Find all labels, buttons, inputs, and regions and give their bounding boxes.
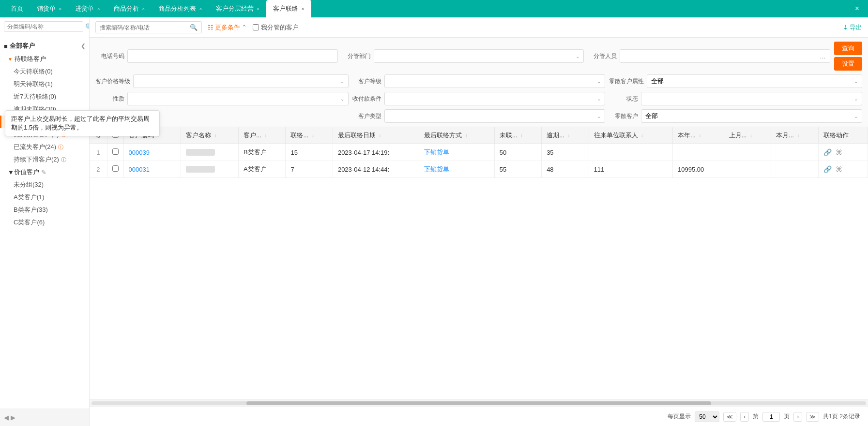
scrollbar-thumb[interactable] bbox=[246, 401, 711, 405]
tree-group-pending[interactable]: ▼ 待联络客户 bbox=[0, 53, 89, 65]
row1-last-date: 2023-04-17 14:19: bbox=[333, 144, 419, 161]
search-input[interactable] bbox=[100, 24, 188, 31]
row2-name[interactable] bbox=[181, 161, 239, 178]
nav-item-product-list[interactable]: 商品分析列表 × bbox=[152, 0, 209, 17]
nav-item-customer-layer[interactable]: 客户分层经营 × bbox=[209, 0, 266, 17]
last-page-button[interactable]: ≫ bbox=[806, 412, 819, 422]
sidebar-search-icon[interactable]: 🔍 bbox=[85, 23, 90, 30]
more-conditions-button[interactable]: ☷ 更多条件 ⌃ bbox=[208, 23, 247, 32]
row2-qr-icon[interactable]: ⌘ bbox=[836, 165, 842, 173]
tree-item-churned[interactable]: 已流失客户(24) ⓘ bbox=[0, 141, 89, 153]
branch-person-input[interactable]: … bbox=[620, 49, 830, 63]
retail-customer-select[interactable]: 全部 ⌄ bbox=[641, 109, 862, 123]
page-input[interactable] bbox=[762, 412, 780, 422]
customer-type-select[interactable]: ⌄ bbox=[384, 109, 606, 123]
window-close-button[interactable]: × bbox=[850, 4, 864, 13]
row2-checkbox[interactable] bbox=[112, 165, 119, 172]
branch-dept-select[interactable]: ⌄ bbox=[374, 49, 584, 63]
horizontal-scrollbar[interactable] bbox=[90, 399, 868, 407]
phone-input[interactable] bbox=[127, 49, 338, 63]
query-button[interactable]: 查询 bbox=[834, 42, 862, 55]
filter-row-4: ... 客户类型 ⌄ 零散客户 全部 ⌄ bbox=[95, 109, 862, 123]
tree-divider-value[interactable]: ▼ 价值客户 ✎ bbox=[0, 166, 89, 178]
edit-icon[interactable]: ✎ bbox=[41, 169, 46, 176]
prev-page-button[interactable]: ‹ bbox=[740, 412, 749, 422]
th-contact[interactable]: 联络... ↕ bbox=[286, 127, 333, 144]
row1-name[interactable] bbox=[181, 144, 239, 161]
search-execute-icon[interactable]: 🔍 bbox=[190, 24, 198, 31]
row1-code[interactable]: 000039 bbox=[123, 144, 181, 161]
my-customers-checkbox[interactable] bbox=[253, 24, 259, 30]
th-current-year[interactable]: 本年... ↕ bbox=[673, 127, 724, 144]
settings-button[interactable]: 设置 bbox=[834, 57, 862, 71]
close-icon-customer-contact[interactable]: × bbox=[301, 6, 304, 12]
close-icon-product-analysis[interactable]: × bbox=[142, 6, 145, 12]
close-icon-customer-layer[interactable]: × bbox=[257, 6, 259, 12]
row2-link-icon[interactable]: 🔗 bbox=[823, 165, 832, 173]
next-page-button[interactable]: › bbox=[793, 412, 802, 422]
branch-person-more-icon[interactable]: … bbox=[820, 53, 826, 60]
th-last-month[interactable]: 上月... ↕ bbox=[724, 127, 771, 144]
row2-last-method[interactable]: 下销货单 bbox=[419, 161, 494, 178]
customer-level-select[interactable]: ⌄ bbox=[384, 74, 606, 88]
export-button[interactable]: ⇣ 导出 bbox=[843, 23, 862, 32]
collapse-icon[interactable]: ❮ bbox=[81, 43, 85, 49]
payment-select[interactable]: ⌄ bbox=[384, 92, 606, 105]
nav-item-product-analysis[interactable]: 商品分析 × bbox=[107, 0, 152, 17]
th-action: 联络动作 bbox=[818, 127, 868, 144]
tree-item-class-a[interactable]: A类客户(1) bbox=[0, 191, 89, 204]
nav-item-customer-contact[interactable]: 客户联络 × bbox=[266, 0, 311, 17]
sidebar-left-arrow[interactable]: ◀ bbox=[4, 414, 9, 421]
row1-qr-icon[interactable]: ⌘ bbox=[836, 148, 842, 156]
nav-item-sales[interactable]: 销货单 × bbox=[30, 0, 68, 17]
row1-link-icon[interactable]: 🔗 bbox=[823, 148, 832, 156]
tree-item-tomorrow[interactable]: 明天待联络(1) bbox=[0, 78, 89, 90]
class-c-label: C类客户(6) bbox=[14, 218, 45, 227]
close-icon-product-list[interactable]: × bbox=[199, 6, 202, 12]
sidebar-search-input[interactable] bbox=[4, 21, 83, 32]
tomorrow-contact-label: 明天待联络(1) bbox=[14, 80, 53, 88]
nav-item-purchase[interactable]: 进货单 × bbox=[68, 0, 107, 17]
th-contact-person[interactable]: 往来单位联系人 ↕ bbox=[589, 127, 672, 144]
declining-label: 持续下滑客户(2) bbox=[14, 155, 59, 164]
nav-item-home[interactable]: 首页 bbox=[4, 0, 30, 17]
payment-label: 收付款条件 bbox=[352, 95, 381, 103]
row1-checkbox[interactable] bbox=[112, 148, 119, 155]
tree-item-unclassified[interactable]: 未分组(32) bbox=[0, 178, 89, 191]
status-select[interactable]: ⌄ bbox=[641, 92, 862, 105]
branch-person-label: 分管人员 bbox=[588, 52, 617, 60]
retail-attr-arrow: ⌄ bbox=[854, 79, 858, 84]
sidebar-right-arrow[interactable]: ▶ bbox=[11, 414, 15, 421]
th-overdue[interactable]: 逾期... ↕ bbox=[542, 127, 589, 144]
close-icon-sales[interactable]: × bbox=[59, 6, 61, 12]
tree-item-class-c[interactable]: C类客户(6) bbox=[0, 216, 89, 229]
th-last-method[interactable]: 最后联络方式 ↕ bbox=[419, 127, 494, 144]
arrow-icon: ▼ bbox=[8, 57, 13, 62]
gender-label: 性质 bbox=[95, 95, 124, 103]
th-level[interactable]: 客户... ↕ bbox=[238, 127, 285, 144]
sort-icon-contact: ↕ bbox=[312, 133, 314, 138]
th-uncontacted[interactable]: 未联... ↕ bbox=[494, 127, 541, 144]
th-name[interactable]: 客户名称 ↕ bbox=[181, 127, 239, 144]
row1-last-method[interactable]: 下销货单 bbox=[419, 144, 494, 161]
my-customers-filter[interactable]: 我分管的客户 bbox=[253, 23, 299, 32]
tree-item-today[interactable]: 今天待联络(0) bbox=[0, 65, 89, 78]
gender-select[interactable]: ⌄ bbox=[127, 92, 349, 105]
per-page-select[interactable]: 50 100 bbox=[695, 411, 719, 422]
th-this-month[interactable]: 本月... ↕ bbox=[771, 127, 818, 144]
row2-name-blur bbox=[186, 166, 215, 173]
first-page-button[interactable]: ≪ bbox=[723, 412, 736, 422]
th-last-date[interactable]: 最后联络日期 ↕ bbox=[333, 127, 419, 144]
row2-method-link[interactable]: 下销货单 bbox=[424, 165, 449, 173]
tree-all-customers[interactable]: ■ 全部客户 ❮ bbox=[0, 39, 89, 53]
row2-code[interactable]: 000031 bbox=[123, 161, 181, 178]
retail-attr-select[interactable]: 全部 ⌄ bbox=[647, 74, 862, 88]
close-icon-purchase[interactable]: × bbox=[97, 6, 100, 12]
row1-num: 1 bbox=[90, 144, 107, 161]
tree-item-declining[interactable]: 持续下滑客户(2) ⓘ bbox=[0, 153, 89, 166]
col-this-month-label: 本月... bbox=[776, 132, 794, 139]
price-level-select[interactable]: ⌄ bbox=[133, 74, 349, 88]
row1-method-link[interactable]: 下销货单 bbox=[424, 148, 449, 156]
tree-item-class-b[interactable]: B类客户(33) bbox=[0, 204, 89, 216]
tree-item-7days[interactable]: 近7天待联络(0) bbox=[0, 90, 89, 103]
